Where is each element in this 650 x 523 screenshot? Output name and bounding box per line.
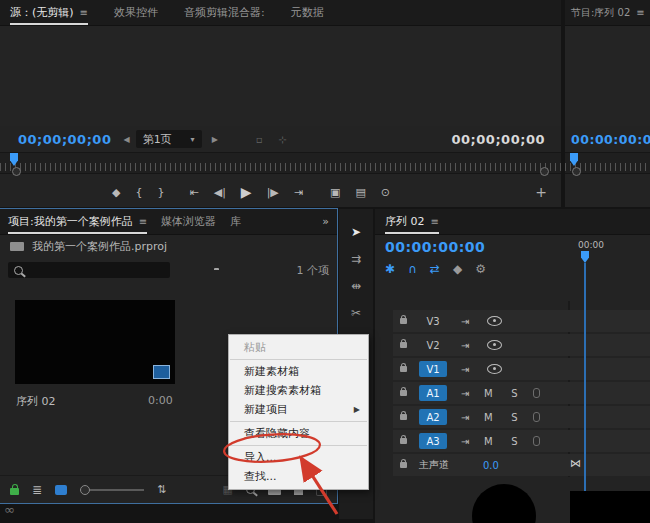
sync-lock-icon[interactable]: ⇥ <box>461 316 469 327</box>
button-editor-add-icon[interactable]: + <box>535 184 547 200</box>
menu-item-new-bin[interactable]: 新建素材箱 <box>229 362 368 381</box>
track-name-a1[interactable]: A1 <box>419 385 447 401</box>
link-icon: ∞ <box>4 502 15 517</box>
mute-button[interactable]: M <box>481 388 495 399</box>
voiceover-record-icon[interactable] <box>533 388 540 398</box>
panel-menu-icon[interactable]: ≡ <box>431 210 439 234</box>
play-icon[interactable]: ▶ <box>241 184 252 200</box>
zoom-handle-icon[interactable] <box>540 167 549 176</box>
track-row-v3: V3 ⇥ <box>393 310 650 332</box>
tab-project[interactable]: 项目:我的第一个案例作品 ≡ <box>8 209 147 234</box>
menu-item-view-hidden[interactable]: 查看隐藏内容 <box>229 424 368 443</box>
panel-menu-icon[interactable]: ≡ <box>636 1 644 25</box>
tab-source-label: 源：(无剪辑) <box>10 1 74 25</box>
sync-lock-icon[interactable]: ⇥ <box>461 412 469 423</box>
insert-icon[interactable]: ▣ <box>330 186 340 199</box>
solo-button[interactable]: S <box>507 388 521 399</box>
add-marker-icon[interactable]: ◆ <box>453 262 462 276</box>
menu-item-new-search-bin[interactable]: 新建搜索素材箱 <box>229 381 368 400</box>
page-selector-dropdown[interactable]: 第1页 ▾ <box>136 130 202 148</box>
page-next-icon[interactable]: ▶ <box>212 135 218 144</box>
project-root-row[interactable]: 我的第一个案例作品.prproj <box>0 235 337 258</box>
mark-out-icon[interactable]: } <box>157 186 164 199</box>
snap-icon[interactable]: ∩ <box>408 262 417 276</box>
go-to-out-icon[interactable]: ⇥ <box>294 186 303 199</box>
tab-source[interactable]: 源：(无剪辑) ≡ <box>10 0 88 25</box>
add-marker-icon[interactable]: ◆ <box>112 186 120 199</box>
toggle-track-output-icon[interactable] <box>487 340 502 350</box>
mute-button[interactable]: M <box>481 436 495 447</box>
menu-separator <box>230 445 367 446</box>
menu-separator <box>230 421 367 422</box>
track-name-v1[interactable]: V1 <box>419 361 447 377</box>
icon-view-icon[interactable] <box>55 485 67 495</box>
sync-lock-icon[interactable]: ⇥ <box>461 388 469 399</box>
nest-icon[interactable]: ✱ <box>385 262 395 276</box>
display-settings-icon[interactable]: ⊹ <box>279 134 287 145</box>
keyframe-navigator-icon[interactable]: ⋈ <box>570 457 581 470</box>
panel-menu-icon[interactable]: ≡ <box>139 210 147 234</box>
track-select-forward-tool[interactable]: ⇉ <box>351 252 361 266</box>
sort-icons-icon[interactable]: ⇅ <box>157 483 166 496</box>
linked-selection-icon[interactable]: ⇄ <box>430 262 440 276</box>
selection-tool[interactable]: ➤ <box>351 225 361 239</box>
timeline-settings-icon[interactable]: ⚙ <box>475 262 486 276</box>
page-prev-icon[interactable]: ◀ <box>123 135 129 144</box>
zoom-handle-icon[interactable] <box>12 167 21 176</box>
voiceover-record-icon[interactable] <box>533 412 540 422</box>
ripple-edit-tool[interactable]: ⇹ <box>351 279 361 293</box>
sync-lock-icon[interactable]: ⇥ <box>461 364 469 375</box>
track-lock-icon[interactable] <box>393 342 413 348</box>
tab-metadata[interactable]: 元数据 <box>291 0 324 25</box>
go-to-in-icon[interactable]: ⇤ <box>189 186 198 199</box>
tab-effect-controls[interactable]: 效果控件 <box>114 0 158 25</box>
search-input[interactable] <box>8 262 170 278</box>
project-writable-icon[interactable] <box>10 488 19 495</box>
source-ruler[interactable] <box>0 152 561 173</box>
sync-lock-icon[interactable]: ⇥ <box>461 436 469 447</box>
track-lock-icon[interactable] <box>393 318 413 324</box>
track-name-a2[interactable]: A2 <box>419 409 447 425</box>
menu-item-import[interactable]: 导入... <box>229 448 368 467</box>
tab-overflow-icon[interactable]: » <box>322 215 329 228</box>
track-lock-icon[interactable] <box>393 462 413 468</box>
tab-libraries[interactable]: 库 <box>230 209 241 234</box>
menu-item-paste[interactable]: 粘贴 <box>229 338 368 357</box>
master-volume-value[interactable]: 0.0 <box>483 460 499 471</box>
menu-item-find[interactable]: 查找... <box>229 467 368 486</box>
mute-button[interactable]: M <box>481 412 495 423</box>
track-lock-icon[interactable] <box>393 438 413 444</box>
export-frame-icon[interactable]: ⊙ <box>381 186 390 199</box>
sync-lock-icon[interactable]: ⇥ <box>461 340 469 351</box>
track-lock-icon[interactable] <box>393 366 413 372</box>
zoom-handle-icon[interactable] <box>572 167 581 176</box>
overwrite-icon[interactable]: ▤ <box>355 186 365 199</box>
toggle-track-output-icon[interactable] <box>487 316 502 326</box>
program-ruler[interactable] <box>565 152 650 173</box>
toggle-track-output-icon[interactable] <box>487 364 502 374</box>
track-lock-icon[interactable] <box>393 414 413 420</box>
step-back-icon[interactable]: ◀| <box>214 186 226 199</box>
panel-menu-icon[interactable]: ≡ <box>80 1 88 25</box>
clip-name[interactable]: 序列 02 <box>16 394 56 409</box>
track-name-v3[interactable]: V3 <box>419 313 447 329</box>
timeline-playhead[interactable] <box>581 251 589 263</box>
voiceover-record-icon[interactable] <box>533 436 540 446</box>
mark-in-icon[interactable]: { <box>135 186 142 199</box>
solo-button[interactable]: S <box>507 412 521 423</box>
track-name-v2[interactable]: V2 <box>419 337 447 353</box>
tab-program[interactable]: 节目:序列 02 ≡ <box>571 0 645 25</box>
solo-button[interactable]: S <box>507 436 521 447</box>
tab-audio-clip-mixer[interactable]: 音频剪辑混合器: <box>184 0 265 25</box>
list-view-icon[interactable]: ≣ <box>32 483 42 497</box>
safe-margins-icon[interactable]: ▫ <box>256 134 263 145</box>
step-forward-icon[interactable]: |▶ <box>267 186 279 199</box>
menu-item-new-item[interactable]: 新建项目 ▶ <box>229 400 368 419</box>
zoom-slider[interactable] <box>80 489 144 491</box>
tab-media-browser[interactable]: 媒体浏览器 <box>161 209 216 234</box>
tab-sequence[interactable]: 序列 02 ≡ <box>385 209 439 234</box>
track-lock-icon[interactable] <box>393 390 413 396</box>
razor-tool[interactable]: ✂ <box>351 306 361 320</box>
track-name-a3[interactable]: A3 <box>419 433 447 449</box>
clip-thumbnail[interactable] <box>15 300 175 384</box>
